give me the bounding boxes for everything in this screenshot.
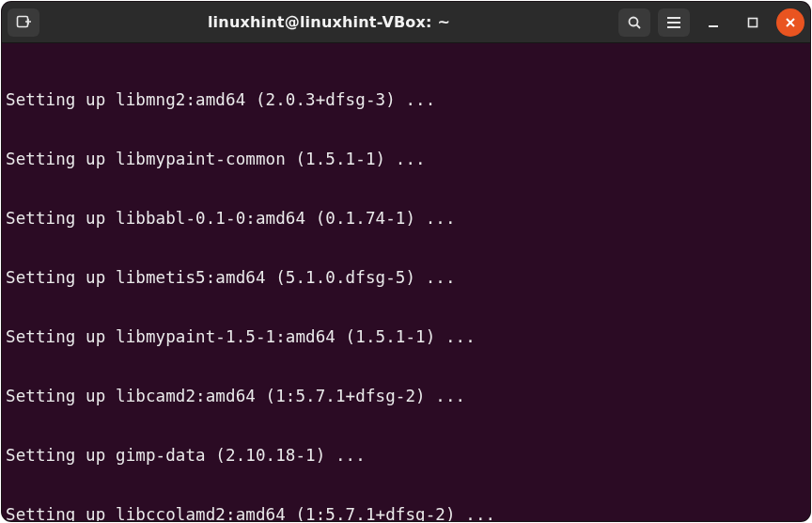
minimize-button[interactable]	[697, 8, 729, 37]
titlebar-left	[8, 8, 39, 37]
svg-line-4	[637, 24, 641, 28]
output-line: Setting up libmng2:amd64 (2.0.3+dfsg-3) …	[6, 90, 810, 110]
terminal-viewport[interactable]: Setting up libmng2:amd64 (2.0.3+dfsg-3) …	[2, 43, 810, 521]
window-title: linuxhint@linuxhint-VBox: ~	[39, 13, 618, 31]
svg-point-3	[630, 17, 638, 25]
terminal-window: linuxhint@linuxhint-VBox: ~	[2, 2, 810, 521]
output-line: Setting up libccolamd2:amd64 (1:5.7.1+df…	[6, 505, 810, 521]
menu-button[interactable]	[658, 8, 690, 37]
svg-rect-9	[749, 18, 757, 26]
titlebar-right	[618, 8, 804, 37]
output-line: Setting up libbabl-0.1-0:amd64 (0.1.74-1…	[6, 209, 810, 229]
output-line: Setting up libcamd2:amd64 (1:5.7.1+dfsg-…	[6, 387, 810, 406]
titlebar: linuxhint@linuxhint-VBox: ~	[2, 2, 810, 43]
maximize-button[interactable]	[737, 8, 769, 37]
search-button[interactable]	[618, 8, 650, 37]
output-line: Setting up gimp-data (2.10.18-1) ...	[6, 446, 810, 466]
output-line: Setting up libmetis5:amd64 (5.1.0.dfsg-5…	[6, 268, 810, 288]
close-button[interactable]	[776, 8, 804, 37]
new-tab-button[interactable]	[8, 8, 39, 37]
output-line: Setting up libmypaint-1.5-1:amd64 (1.5.1…	[6, 327, 810, 347]
output-line: Setting up libmypaint-common (1.5.1-1) .…	[6, 150, 810, 169]
